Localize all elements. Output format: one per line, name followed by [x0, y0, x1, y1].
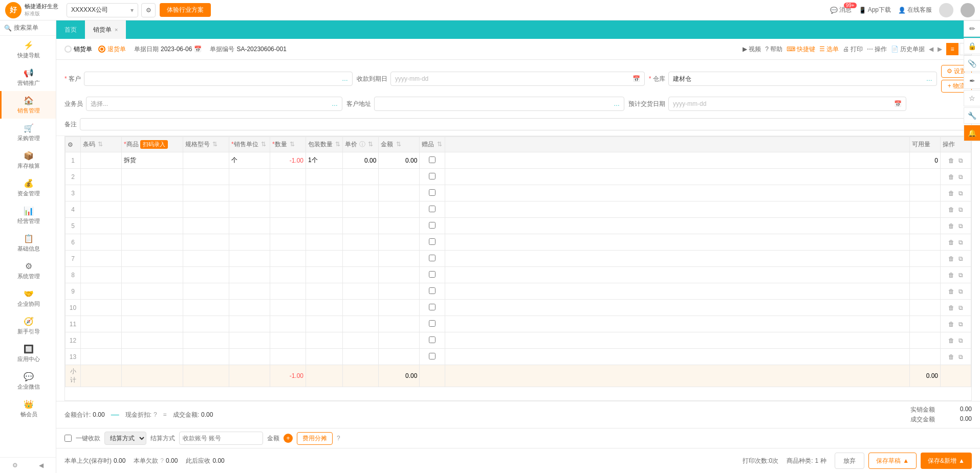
cell-gift[interactable]	[420, 185, 445, 201]
app-download-button[interactable]: 📱 App下载	[859, 6, 891, 14]
trial-button[interactable]: 体验行业方案	[160, 3, 211, 17]
gift-checkbox[interactable]	[429, 222, 435, 229]
sidebar-item-purchase[interactable]: 🛒 采购管理	[0, 119, 56, 146]
cell-price[interactable]	[343, 201, 379, 218]
cell-amount[interactable]	[379, 251, 420, 267]
radio-sales[interactable]: 销货单	[64, 45, 92, 54]
due-date-input[interactable]: yyyy-mm-dd 📅	[390, 72, 645, 86]
cell-qty[interactable]	[270, 349, 306, 365]
cell-gift[interactable]	[420, 218, 445, 234]
choose-btn[interactable]: ☰ 选单	[819, 45, 839, 54]
notes-input[interactable]	[80, 118, 972, 130]
cell-gift[interactable]	[420, 300, 445, 316]
payment-account-input[interactable]	[179, 432, 263, 445]
delete-icon[interactable]: 🗑	[948, 157, 954, 164]
delete-icon[interactable]: 🗑	[948, 173, 954, 181]
cell-barcode[interactable]	[81, 316, 122, 332]
cell-spec[interactable]	[183, 283, 229, 300]
gift-checkbox[interactable]	[429, 287, 435, 294]
customer-addr-input[interactable]: …	[374, 97, 624, 111]
cell-pkg[interactable]	[306, 234, 343, 251]
cell-gift[interactable]	[420, 283, 445, 300]
save-draft-button[interactable]: 保存草稿 ▲	[868, 453, 917, 469]
gift-checkbox[interactable]	[429, 238, 435, 245]
cell-qty[interactable]	[270, 234, 306, 251]
gift-checkbox[interactable]	[429, 320, 435, 327]
copy-icon[interactable]: ⧉	[959, 321, 963, 328]
cell-unit[interactable]	[229, 316, 270, 332]
discard-button[interactable]: 放弃	[835, 453, 864, 469]
cell-spec[interactable]	[183, 316, 229, 332]
cell-qty[interactable]	[270, 169, 306, 185]
cell-unit[interactable]	[229, 169, 270, 185]
expense-help-icon[interactable]: ?	[337, 435, 340, 442]
delete-icon[interactable]: 🗑	[948, 239, 954, 246]
cell-spec[interactable]	[183, 251, 229, 267]
right-panel-attach[interactable]: 📎	[964, 55, 980, 72]
cell-spec[interactable]	[183, 300, 229, 316]
cell-unit[interactable]	[229, 218, 270, 234]
barcode-sort[interactable]: ⇅	[98, 141, 103, 148]
cell-unit[interactable]	[229, 283, 270, 300]
cell-pkg[interactable]	[306, 349, 343, 365]
cell-amount[interactable]	[379, 201, 420, 218]
sidebar-item-finance[interactable]: 💰 资金管理	[0, 174, 56, 201]
cell-barcode[interactable]	[81, 332, 122, 349]
salesperson-input[interactable]: 选择... …	[86, 97, 342, 111]
cell-price[interactable]	[343, 283, 379, 300]
th-settings[interactable]: ⚙	[66, 137, 81, 152]
cell-unit[interactable]	[229, 251, 270, 267]
gift-checkbox[interactable]	[429, 156, 435, 163]
copy-icon[interactable]: ⧉	[959, 337, 963, 344]
cell-amount[interactable]	[379, 267, 420, 283]
cell-unit[interactable]	[229, 267, 270, 283]
sidebar-item-sales[interactable]: 🏠 销售管理	[0, 91, 56, 119]
customer-input[interactable]: …	[84, 72, 353, 86]
cell-qty[interactable]	[270, 300, 306, 316]
cell-product[interactable]	[122, 300, 183, 316]
scan-button[interactable]: 扫码录入	[140, 140, 168, 149]
cell-price[interactable]	[343, 234, 379, 251]
cell-gift[interactable]	[420, 316, 445, 332]
online-service-button[interactable]: 👤 在线客服	[898, 6, 932, 14]
sidebar-item-marketing[interactable]: 📢 营销推广	[0, 63, 56, 91]
cell-barcode[interactable]	[81, 201, 122, 218]
cell-amount[interactable]: 0.00	[379, 152, 420, 169]
cell-spec[interactable]	[183, 201, 229, 218]
delete-icon[interactable]: 🗑	[948, 353, 954, 361]
cell-unit[interactable]	[229, 201, 270, 218]
price-info-icon[interactable]: ⓘ	[359, 141, 365, 148]
cell-price[interactable]	[343, 267, 379, 283]
cell-unit[interactable]	[229, 234, 270, 251]
delete-icon[interactable]: 🗑	[948, 255, 954, 262]
delete-icon[interactable]: 🗑	[948, 304, 954, 311]
cell-amount[interactable]	[379, 316, 420, 332]
cell-price[interactable]	[343, 185, 379, 201]
video-btn[interactable]: ▶ 视频	[743, 45, 761, 54]
delete-icon[interactable]: 🗑	[948, 288, 954, 295]
right-panel-star[interactable]: ☆	[964, 90, 980, 106]
discount-help-icon[interactable]: ?	[154, 411, 157, 418]
sidebar-item-guide[interactable]: 🧭 新手引导	[0, 312, 56, 340]
delete-icon[interactable]: 🗑	[948, 190, 954, 197]
cell-unit[interactable]	[229, 332, 270, 349]
radio-return[interactable]: 退货单	[98, 45, 126, 54]
cell-spec[interactable]	[183, 185, 229, 201]
tab-close-icon[interactable]: ×	[115, 27, 118, 33]
cell-amount[interactable]	[379, 349, 420, 365]
cell-barcode[interactable]	[81, 234, 122, 251]
cell-pkg[interactable]: 1个	[306, 152, 343, 169]
cell-barcode[interactable]	[81, 152, 122, 169]
sidebar-item-wechat[interactable]: 💬 企业微信	[0, 367, 56, 395]
copy-icon[interactable]: ⧉	[959, 173, 963, 181]
cell-product[interactable]	[122, 283, 183, 300]
history-btn[interactable]: 📄 历史单据	[891, 45, 925, 54]
copy-icon[interactable]: ⧉	[959, 272, 963, 279]
cell-price[interactable]: 0.00	[343, 152, 379, 169]
cell-barcode[interactable]	[81, 185, 122, 201]
cell-amount[interactable]	[379, 169, 420, 185]
delete-icon[interactable]: 🗑	[948, 321, 954, 328]
print-btn[interactable]: 🖨 打印	[843, 45, 863, 54]
cell-spec[interactable]	[183, 267, 229, 283]
right-panel-pen[interactable]: ✒	[964, 73, 980, 89]
